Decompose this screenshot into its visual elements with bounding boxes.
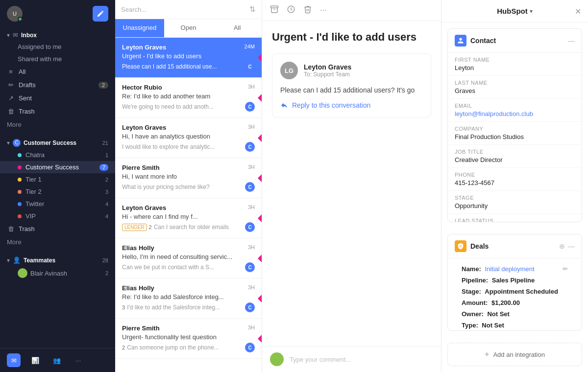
- inbox-header[interactable]: ▾ ✉ Inbox: [0, 27, 115, 41]
- pink-indicator: [258, 134, 262, 142]
- sidebar-item-trash2[interactable]: 🗑 Trash: [0, 222, 115, 235]
- trash2-icon: 🗑: [7, 225, 15, 232]
- conv-item[interactable]: Leyton Graves 3H Hi, I have an analytics…: [115, 118, 262, 158]
- search-header: ⇅: [115, 0, 262, 19]
- dropdown-icon[interactable]: ▾: [530, 8, 533, 15]
- thread-body: Urgent - I'd like to add users LG Leyton…: [262, 21, 441, 346]
- deals-title: Deals: [470, 242, 555, 250]
- sender-info: Leyton Graves To: Support Team: [304, 63, 351, 78]
- sidebar-item-drafts[interactable]: ✏ Drafts 2: [0, 78, 115, 92]
- conv-footer: LENDER 2 Can I search for older emails C: [122, 222, 255, 232]
- tier2-label: Tier 2: [25, 188, 105, 195]
- tab-all[interactable]: All: [213, 19, 262, 37]
- conv-time: 3H: [248, 284, 255, 290]
- compose-button[interactable]: [93, 6, 108, 22]
- conv-num: 2: [149, 224, 152, 230]
- svg-rect-0: [271, 6, 278, 8]
- main-content: ··· Urgent - I'd like to add users LG Le…: [262, 0, 441, 372]
- conv-sender-name: Leyton Graves: [122, 204, 166, 211]
- deal-edit-icon[interactable]: ✏: [563, 265, 568, 273]
- conversation-list: ⇅ Unassigned Open All Leyton Graves 24M …: [115, 0, 262, 372]
- job-title-label: JOB TITLE: [455, 149, 575, 155]
- phone-field: PHONE 415-123-4567: [448, 168, 582, 191]
- contact-actions: —: [568, 37, 575, 45]
- sidebar-item-sent[interactable]: ↗ Sent: [0, 92, 115, 105]
- conv-subject: Re: I'd like to add another team: [122, 93, 255, 100]
- conv-item[interactable]: Pierre Smith 3H Hi, I want more info Wha…: [115, 158, 262, 198]
- conv-item[interactable]: Pierre Smith 3H Urgent- functionality te…: [115, 319, 262, 359]
- reply-button[interactable]: Reply to this conversation: [280, 101, 423, 109]
- lead-status-label: LEAD STATUS: [455, 218, 575, 222]
- sort-icon[interactable]: ⇅: [249, 5, 256, 14]
- sent-label: Sent: [19, 94, 108, 102]
- shared-label: Shared with me: [18, 55, 62, 63]
- cs-sub-label: Customer Success: [25, 163, 99, 171]
- stage-field: STAGE Opportunity: [448, 191, 582, 214]
- all-label: All: [19, 68, 108, 75]
- trash2-label: Trash: [19, 225, 108, 232]
- conv-sender-name: Leyton Graves: [122, 44, 166, 51]
- conv-footer: 3 I'd like to add the Salesforce integ..…: [122, 302, 255, 312]
- sidebar-more-inbox[interactable]: More: [0, 118, 115, 131]
- tab-open[interactable]: Open: [164, 19, 213, 37]
- customer-success-section: ▾ C Customer Success 21 Chatra 1 Custome…: [0, 135, 115, 253]
- sidebar-item-trash[interactable]: 🗑 Trash: [0, 105, 115, 118]
- blair-avatar: [18, 268, 27, 278]
- conv-footer: Please can I add 15 additional use... C: [122, 62, 255, 71]
- close-icon[interactable]: ✕: [575, 6, 581, 16]
- conv-footer: I would like to explore the analytic... …: [122, 142, 255, 152]
- list-icon: ≡: [7, 68, 15, 75]
- archive-icon[interactable]: [270, 5, 279, 16]
- avatar[interactable]: U: [7, 6, 23, 22]
- deal-name-value[interactable]: Initial deployment: [485, 265, 534, 273]
- conv-subject: Hello, I'm in need of consulting servic.…: [122, 253, 255, 260]
- company-label: COMPANY: [455, 126, 575, 132]
- inbox-bottom-icon[interactable]: ✉: [7, 353, 21, 367]
- sidebar-item-tier2[interactable]: Tier 2 3: [0, 186, 115, 198]
- customer-success-header[interactable]: ▾ C Customer Success 21: [0, 135, 115, 149]
- sidebar-item-chatra[interactable]: Chatra 1: [0, 149, 115, 161]
- pink-indicator: [258, 335, 262, 343]
- clock-icon[interactable]: [287, 5, 295, 16]
- sidebar-item-assigned[interactable]: Assigned to me: [0, 41, 115, 53]
- delete-icon[interactable]: [303, 5, 312, 16]
- more-bottom-icon[interactable]: ···: [72, 353, 85, 367]
- add-integration-button[interactable]: + Add an integration: [447, 343, 582, 366]
- contacts-icon[interactable]: 👥: [50, 353, 64, 367]
- rp-header: HubSpot ▾ ✕: [441, 0, 588, 23]
- more-toolbar-icon[interactable]: ···: [320, 6, 326, 15]
- conv-subject: Hi, I have an analytics question: [122, 133, 255, 140]
- sidebar-bottom: ✉ 📊 👥 ···: [0, 348, 115, 372]
- deals-actions: ⊕ —: [559, 242, 575, 250]
- conv-item[interactable]: Elias Holly 3H Hello, I'm in need of con…: [115, 238, 262, 279]
- conv-item-header: Leyton Graves 24M: [122, 44, 255, 51]
- sidebar-more-cs[interactable]: More: [0, 235, 115, 249]
- sidebar-item-tier1[interactable]: Tier 1 2: [0, 173, 115, 186]
- conv-item[interactable]: Leyton Graves 3H Hi - where can I find m…: [115, 198, 262, 238]
- conv-item[interactable]: Elias Holly 3H Re: I'd like to add Sales…: [115, 279, 262, 319]
- conv-time: 3H: [248, 84, 255, 90]
- deal-owner-label: Owner:: [462, 310, 484, 318]
- deal-stage-field: Stage: Appointment Scheduled: [455, 286, 575, 297]
- chatra-badge: 1: [105, 152, 108, 158]
- search-input[interactable]: [121, 6, 245, 13]
- tab-unassigned[interactable]: Unassigned: [115, 19, 164, 37]
- sent-icon: ↗: [7, 94, 15, 102]
- conv-item[interactable]: Hector Rubio 3H Re: I'd like to add anot…: [115, 78, 262, 118]
- sidebar-item-customer-success[interactable]: Customer Success 7: [0, 161, 115, 173]
- sidebar-item-blair[interactable]: Blair Avinash 2: [0, 266, 115, 280]
- comment-input[interactable]: [290, 356, 433, 363]
- sidebar-item-all[interactable]: ≡ All: [0, 65, 115, 78]
- deals-section: Deals ⊕ — Name: Initial deployment ✏ Pip…: [447, 234, 582, 331]
- sidebar-item-vip[interactable]: VIP 4: [0, 210, 115, 222]
- sidebar-item-shared[interactable]: Shared with me: [0, 53, 115, 65]
- teammates-header[interactable]: ▾ 👤 Teammates 28: [0, 253, 115, 266]
- plus-icon: +: [485, 350, 489, 359]
- email-value[interactable]: leyton@finalproduction.club: [455, 110, 575, 117]
- sidebar-item-twitter[interactable]: Twitter 4: [0, 198, 115, 210]
- deals-add-btn[interactable]: ⊕: [559, 242, 565, 250]
- conv-item[interactable]: Leyton Graves 24M Urgent - I'd like to a…: [115, 38, 262, 78]
- deals-collapse-btn[interactable]: —: [568, 242, 575, 250]
- contact-action-btn[interactable]: —: [568, 37, 575, 45]
- analytics-icon[interactable]: 📊: [28, 353, 42, 367]
